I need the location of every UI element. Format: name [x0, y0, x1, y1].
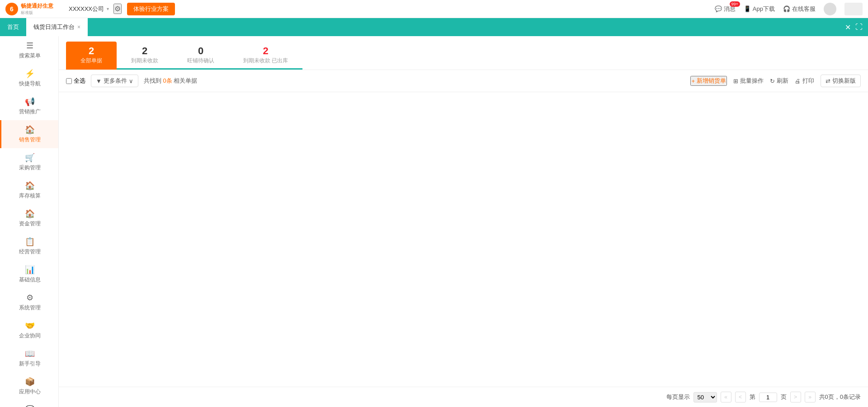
tab-cash-flow[interactable]: 钱货日清工作台 ×: [26, 18, 88, 36]
logo-area: 6 畅捷通好生意 标准版: [5, 2, 64, 16]
sidebar-item-sales[interactable]: 🏠 销售管理: [0, 120, 58, 148]
close-window-icon[interactable]: ✕: [845, 23, 851, 32]
wechat-icon: 💬: [25, 405, 35, 407]
batch-operation-button[interactable]: ⊞ 批量操作: [733, 77, 764, 85]
sidebar-label-system: 系统管理: [19, 304, 41, 312]
print-label: 打印: [802, 77, 814, 85]
print-button[interactable]: 🖨 打印: [795, 77, 814, 85]
tab-bar: 首页 钱货日清工作台 × ✕ ⛶: [0, 18, 868, 36]
sidebar-item-basic-info[interactable]: 📊 基础信息: [0, 260, 58, 288]
inventory-icon: 🏠: [25, 181, 35, 191]
company-selector[interactable]: XXXXXX公司 ▾: [69, 5, 109, 13]
last-page-button[interactable]: »: [805, 392, 816, 402]
sidebar-item-system[interactable]: ⚙ 系统管理: [0, 288, 58, 316]
app-download-label: App下载: [753, 5, 775, 13]
company-name: XXXXXX公司: [69, 5, 104, 13]
sidebar-item-cooperation[interactable]: 🤝 企业协同: [0, 316, 58, 344]
tab-home[interactable]: 首页: [0, 18, 26, 36]
sidebar-item-wechat[interactable]: 💬 企业微信: [0, 400, 58, 407]
batch-icon: ⊞: [733, 78, 738, 84]
stat-tab-all[interactable]: 2 全部单据: [66, 42, 117, 70]
sidebar-label-purchase: 采购管理: [19, 164, 41, 172]
select-all-checkbox[interactable]: 全选: [66, 77, 85, 85]
stat-tab-pending[interactable]: 0 旺铺待确认: [173, 42, 229, 70]
first-page-icon: «: [724, 394, 727, 400]
new-sale-label: 新增销货单: [697, 77, 726, 85]
sidebar-label-search-menu: 搜索菜单: [19, 52, 41, 60]
sidebar-label-app-center: 应用中心: [19, 388, 41, 396]
prev-page-button[interactable]: <: [735, 392, 746, 402]
main-layout: ☰ 搜索菜单 ⚡ 快捷导航 📢 营销推广 🏠 销售管理 🛒 采购管理 🏠 库存核…: [0, 36, 868, 407]
pagination: 每页显示 50 100 200 « < 第 页 > » 共0页，0条记录: [59, 387, 868, 407]
marketing-icon: 📢: [25, 97, 35, 107]
refresh-icon: ↻: [770, 78, 775, 84]
sidebar-item-quick-nav[interactable]: ⚡ 快捷导航: [0, 64, 58, 92]
sidebar-item-finance[interactable]: 🏠 资金管理: [0, 204, 58, 232]
avatar[interactable]: [824, 3, 836, 15]
quick-nav-icon: ⚡: [25, 69, 35, 79]
app-icon: 📱: [744, 5, 751, 12]
user-menu[interactable]: [844, 3, 863, 15]
page-suffix: 页: [781, 393, 787, 401]
total-label: 共0页，0条记录: [819, 393, 861, 401]
search-menu-icon: ☰: [26, 41, 33, 51]
found-text: 共找到 0条 相关单据: [144, 77, 197, 85]
stat-number-all: 2: [89, 45, 94, 57]
filter-button[interactable]: ▼ 更多条件 ∨: [91, 75, 138, 87]
stats-tabs: 2 全部单据 2 到期未收款 0 旺铺待确认 2 到期未收款 已出库: [59, 36, 868, 70]
sidebar-label-marketing: 营销推广: [19, 108, 41, 116]
stat-tab-overdue[interactable]: 2 到期未收款: [117, 42, 173, 70]
refresh-button[interactable]: ↻ 刷新: [770, 77, 788, 85]
sidebar-item-operations[interactable]: 📋 经营管理: [0, 232, 58, 260]
sidebar-item-search-menu[interactable]: ☰ 搜索菜单: [0, 36, 58, 64]
first-page-button[interactable]: «: [721, 392, 731, 402]
trial-button[interactable]: 体验行业方案: [127, 3, 175, 15]
filter-chevron-icon: ∨: [129, 78, 133, 84]
new-sale-button[interactable]: + 新增销货单: [690, 76, 727, 86]
sidebar-label-finance: 资金管理: [19, 220, 41, 228]
sidebar-item-purchase[interactable]: 🛒 采购管理: [0, 148, 58, 176]
select-all-input[interactable]: [66, 78, 72, 84]
sidebar: ☰ 搜索菜单 ⚡ 快捷导航 📢 营销推广 🏠 销售管理 🛒 采购管理 🏠 库存核…: [0, 36, 59, 407]
sidebar-label-sales: 销售管理: [19, 136, 41, 144]
page-size-select[interactable]: 50 100 200: [693, 392, 717, 402]
toolbar-right: + 新增销货单 ⊞ 批量操作 ↻ 刷新 🖨 打印 ⇄ 切换新版: [690, 75, 861, 87]
message-button[interactable]: 💬 消息 99+: [715, 5, 736, 13]
switch-version-button[interactable]: ⇄ 切换新版: [821, 75, 861, 87]
logo-icon: 6: [5, 3, 18, 15]
online-service-button[interactable]: 🎧 在线客服: [783, 5, 816, 13]
sidebar-item-guide[interactable]: 📖 新手引导: [0, 344, 58, 372]
purchase-icon: 🛒: [25, 153, 35, 163]
sidebar-label-operations: 经营管理: [19, 248, 41, 256]
app-download-button[interactable]: 📱 App下载: [744, 5, 775, 13]
maximize-icon[interactable]: ⛶: [855, 23, 863, 31]
settings-button[interactable]: ⚙: [113, 4, 122, 14]
filter-label: 更多条件: [104, 77, 127, 85]
found-prefix: 共找到: [144, 77, 161, 84]
sidebar-label-inventory: 库存核算: [19, 192, 41, 200]
select-all-label: 全选: [74, 77, 85, 85]
sidebar-label-guide: 新手引导: [19, 360, 41, 368]
chevron-down-icon: ▾: [107, 6, 109, 11]
switch-icon: ⇄: [826, 78, 830, 84]
next-page-icon: >: [794, 394, 797, 400]
headset-icon: 🎧: [783, 5, 790, 12]
next-page-button[interactable]: >: [790, 392, 801, 402]
sidebar-item-app-center[interactable]: 📦 应用中心: [0, 372, 58, 400]
sidebar-item-inventory[interactable]: 🏠 库存核算: [0, 176, 58, 204]
filter-icon: ▼: [96, 78, 102, 84]
app-center-icon: 📦: [25, 377, 35, 387]
sidebar-label-quick-nav: 快捷导航: [19, 80, 41, 88]
content-area: 2 全部单据 2 到期未收款 0 旺铺待确认 2 到期未收款 已出库 全选: [59, 36, 868, 407]
stat-tab-shipped[interactable]: 2 到期未收款 已出库: [229, 42, 302, 70]
page-input[interactable]: [759, 393, 777, 402]
table-area: [59, 92, 868, 387]
top-header: 6 畅捷通好生意 标准版 XXXXXX公司 ▾ ⚙ 体验行业方案 💬 消息 99…: [0, 0, 868, 18]
sidebar-item-marketing[interactable]: 📢 营销推广: [0, 92, 58, 120]
system-icon: ⚙: [26, 293, 33, 303]
message-icon: 💬: [715, 5, 722, 12]
stat-label-pending: 旺铺待确认: [187, 57, 214, 65]
message-badge: 99+: [730, 1, 740, 7]
tab-close-icon[interactable]: ×: [77, 24, 80, 30]
refresh-label: 刷新: [777, 77, 788, 85]
